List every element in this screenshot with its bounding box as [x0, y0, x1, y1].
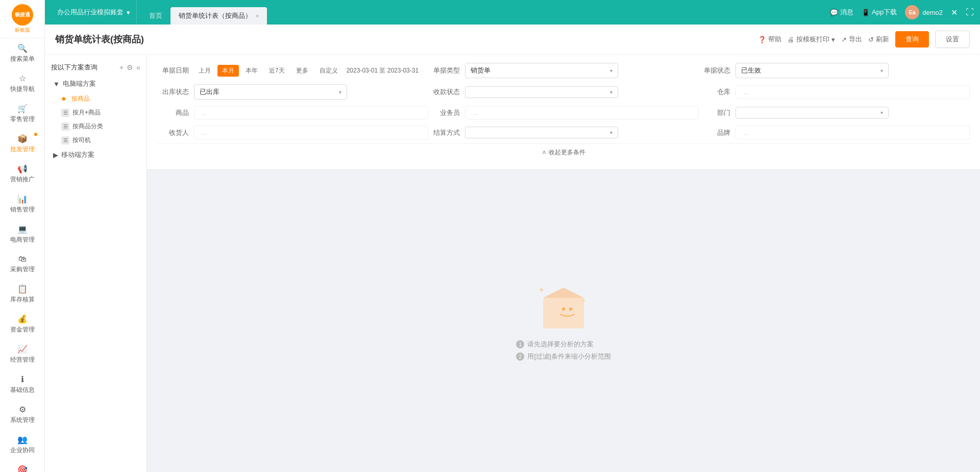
tree-child-by-driver[interactable]: ☰ 按司机: [45, 133, 146, 147]
sidebar-item-search[interactable]: 🔍 搜索菜单: [0, 38, 44, 68]
retail-icon: 🛒: [17, 104, 28, 113]
sidebar: 畅捷通 标账版 🔍 搜索菜单 ☆ 快捷导航 🛒 零售管理 📦 批发管理 📢 营销…: [0, 0, 45, 472]
sidebar-item-wholesale[interactable]: 📦 批发管理: [0, 129, 44, 159]
sidebar-item-operations[interactable]: 📈 经营管理: [0, 339, 44, 369]
sidebar-item-marketing[interactable]: 📢 营销推广: [0, 159, 44, 189]
sidebar-logo[interactable]: 畅捷通 标账版: [0, 0, 44, 38]
docstatus-label: 单据状态: [699, 66, 736, 75]
date-tab-thismonth[interactable]: 本月: [217, 65, 239, 77]
recipient-dots[interactable]: ...: [202, 129, 207, 136]
doctype-select[interactable]: 销货单 ▾: [465, 63, 618, 78]
page-actions: ❓ 帮助 🖨 按模板打印 ▾ ↗ 导出 ↺ 刷新 查询 设置: [758, 31, 970, 48]
sidebar-item-ecommerce[interactable]: 💻 电商管理: [0, 219, 44, 249]
tree-child-by-category[interactable]: ☰ 按商品分类: [45, 120, 146, 133]
sidebar-item-basic[interactable]: ℹ 基础信息: [0, 369, 44, 399]
sidebar-item-quicknav[interactable]: ☆ 快捷导航: [0, 68, 44, 99]
hint-num-1: 1: [516, 340, 524, 348]
export-btn[interactable]: ↗ 导出: [841, 35, 862, 44]
page-header: 销货单统计表(按商品) ❓ 帮助 🖨 按模板打印 ▾ ↗ 导出 ↺ 刷新 查询 …: [45, 25, 980, 55]
app-label: App下载: [872, 8, 897, 17]
print-btn[interactable]: 🖨 按模板打印 ▾: [788, 35, 835, 44]
message-label: 消息: [840, 8, 853, 17]
refresh-btn[interactable]: ↺ 刷新: [868, 35, 889, 44]
sidebar-item-system[interactable]: ⚙ 系统管理: [0, 399, 44, 430]
sidebar-item-collab[interactable]: 👥 企业协同: [0, 430, 44, 460]
filter-warehouse-group: 仓库 ...: [699, 85, 970, 99]
date-range-display: 2023-03-01 至 2023-03-31: [347, 66, 419, 75]
logo-text: 标账版: [15, 27, 30, 34]
goods-input[interactable]: ...: [194, 106, 428, 120]
sidebar-item-label: 采购管理: [10, 265, 35, 274]
warehouse-input[interactable]: ...: [736, 85, 970, 99]
print-icon: 🖨: [788, 36, 794, 43]
salesperson-label: 业务员: [428, 108, 465, 117]
collapse-btn[interactable]: ∧ 收起更多条件: [157, 144, 970, 161]
sidebar-item-guide[interactable]: 🎯 新手引导: [0, 460, 44, 472]
doctype-value: 销货单: [471, 66, 607, 75]
tree-folder-desktop[interactable]: ▼ 电脑端方案: [45, 76, 146, 91]
tree-child-by-goods[interactable]: ● 按商品: [45, 91, 146, 106]
close-window-icon[interactable]: ✕: [951, 8, 958, 17]
sidebar-item-purchase[interactable]: 🛍 采购管理: [0, 249, 44, 279]
salesperson-dots[interactable]: ...: [473, 109, 478, 116]
date-tab-custom[interactable]: 自定义: [315, 65, 342, 77]
refresh-label: 刷新: [876, 35, 889, 44]
salesperson-input[interactable]: ...: [465, 106, 699, 120]
active-indicator: [34, 133, 37, 136]
sidebar-item-label: 批发管理: [10, 145, 35, 154]
filter-salesperson-group: 业务员 ...: [428, 106, 699, 120]
query-button[interactable]: 查询: [895, 31, 929, 48]
svg-point-3: [569, 308, 572, 311]
sidebar-item-inventory[interactable]: 📋 库存核算: [0, 279, 44, 309]
outstatus-select[interactable]: 已出库 ▾: [194, 84, 347, 100]
payment-select[interactable]: ▾: [465, 127, 618, 138]
date-tab-thisyear[interactable]: 本年: [241, 65, 262, 77]
brand-dots[interactable]: ...: [743, 129, 749, 136]
left-panel-title: 按以下方案查询: [51, 63, 97, 72]
recipient-input[interactable]: ...: [194, 126, 428, 139]
sidebar-item-label: 经营管理: [10, 356, 35, 364]
warehouse-dots[interactable]: ...: [743, 88, 749, 96]
app-icon: 📱: [862, 9, 870, 16]
sidebar-item-sales[interactable]: 📊 销售管理: [0, 189, 44, 219]
tree-folder-mobile[interactable]: ▶ 移动端方案: [45, 147, 146, 162]
filter-recipient-group: 收货人 ...: [157, 126, 428, 139]
docstatus-select[interactable]: 已生效 ▾: [736, 63, 889, 78]
topbar-message-btn[interactable]: 💬 消息: [830, 8, 853, 17]
dept-select[interactable]: ▾: [736, 107, 889, 119]
sidebar-item-retail[interactable]: 🛒 零售管理: [0, 99, 44, 129]
receiptstatus-select[interactable]: ▾: [465, 86, 618, 98]
receiptstatus-arrow: ▾: [610, 89, 612, 95]
industry-selector[interactable]: 办公用品行业模拟账套 ▾: [51, 0, 137, 25]
date-tab-more[interactable]: 更多: [291, 65, 313, 77]
marketing-icon: 📢: [17, 164, 28, 174]
sidebar-item-label: 电商管理: [10, 235, 35, 244]
setting-button[interactable]: 设置: [935, 31, 970, 48]
filter-row-3: 商品 ... 业务员 ... 部门: [157, 106, 970, 120]
settings-scheme-btn[interactable]: ⚙: [127, 63, 133, 72]
tree-child-by-month-goods[interactable]: ☰ 按月+商品: [45, 106, 146, 120]
date-tab-7days[interactable]: 近7天: [264, 65, 289, 77]
content-area: 按以下方案查询 + ⚙ « ▼ 电脑端方案 ● 按商品 ☰: [45, 55, 980, 472]
topbar-app-btn[interactable]: 📱 App下载: [862, 8, 897, 17]
empty-illustration: ✦ ✦: [528, 277, 599, 334]
add-scheme-btn[interactable]: +: [119, 63, 124, 72]
brand-input[interactable]: ...: [736, 126, 970, 139]
filter-row-1: 单据日期 上月 本月 本年 近7天 更多 自定义 2023-03-01 至 20…: [157, 63, 970, 78]
sidebar-item-finance[interactable]: 💰 资金管理: [0, 309, 44, 339]
collapse-panel-btn[interactable]: «: [136, 63, 140, 72]
goods-dots[interactable]: ...: [202, 109, 207, 116]
system-icon: ⚙: [19, 405, 26, 414]
print-arrow: ▾: [831, 36, 835, 43]
tree-child-label-driver: 按司机: [72, 136, 91, 145]
date-tab-lastmonth[interactable]: 上月: [194, 65, 215, 77]
help-btn[interactable]: ❓ 帮助: [758, 35, 781, 44]
tab-close-btn[interactable]: ×: [256, 13, 259, 19]
maximize-icon[interactable]: ⛶: [966, 8, 974, 17]
tab-active[interactable]: 销货单统计表（按商品） ×: [170, 7, 267, 25]
left-panel-header: 按以下方案查询 + ⚙ «: [45, 61, 146, 76]
tab-home[interactable]: 首页: [141, 7, 170, 25]
topbar-user[interactable]: Ea demo2: [905, 5, 943, 19]
outstatus-value: 已出库: [200, 87, 336, 97]
svg-marker-1: [543, 288, 584, 298]
